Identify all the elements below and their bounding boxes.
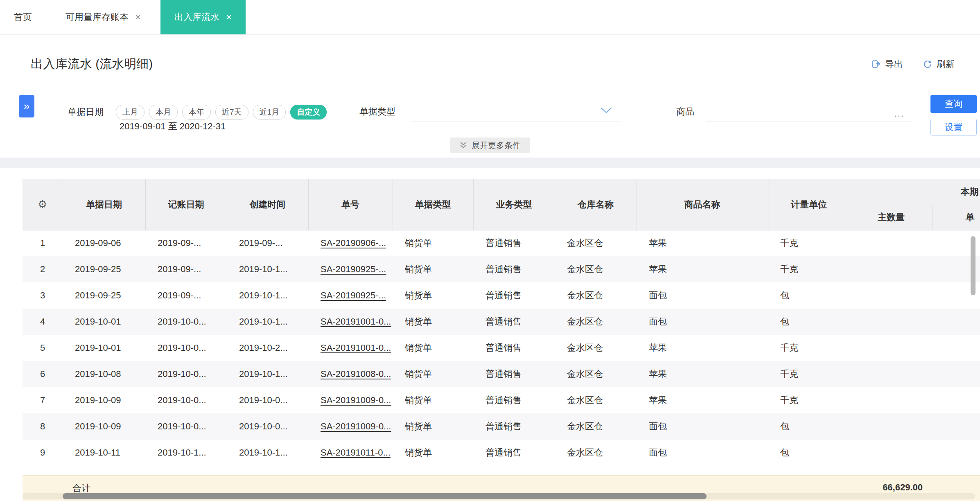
quick-range-this-year[interactable]: 本年 bbox=[182, 105, 211, 120]
cell-account-date: 2019-10-1... bbox=[145, 440, 227, 466]
horizontal-scrollbar-track[interactable] bbox=[23, 493, 975, 499]
cell-doc-type: 销货单 bbox=[393, 256, 473, 282]
chevron-down-double-icon bbox=[459, 141, 467, 149]
cell-doc-no: SA-20190925-... bbox=[308, 282, 393, 309]
col-unit-price-clipped: 单 bbox=[933, 205, 980, 230]
cell-main-qty bbox=[850, 413, 933, 440]
cell-main-qty bbox=[850, 335, 933, 361]
cell-warehouse: 金水区仓 bbox=[555, 230, 637, 256]
cell-product: 苹果 bbox=[637, 256, 768, 282]
col-doc-type: 单据类型 bbox=[393, 179, 473, 230]
doc-no-link[interactable]: SA-20191008-0... bbox=[321, 369, 391, 379]
doc-no-link[interactable]: SA-20190925-... bbox=[321, 290, 386, 300]
cell-unit: 包 bbox=[768, 440, 850, 466]
cell-warehouse: 金水区仓 bbox=[555, 387, 637, 413]
row-index: 6 bbox=[23, 361, 63, 387]
page-title: 出入库流水 (流水明细) bbox=[31, 56, 153, 72]
table-row: 3 2019-09-25 2019-09-... 2019-10-1... SA… bbox=[23, 282, 980, 309]
cell-account-date: 2019-10-0... bbox=[145, 361, 227, 387]
totals-label: 合计 bbox=[72, 482, 90, 494]
doc-type-select[interactable] bbox=[411, 104, 619, 122]
table-row: 5 2019-10-01 2019-10-0... 2019-10-2... S… bbox=[23, 335, 980, 361]
date-field-label: 单据日期 bbox=[68, 106, 104, 118]
cell-warehouse: 金水区仓 bbox=[555, 256, 637, 282]
cell-account-date: 2019-09-... bbox=[145, 256, 227, 282]
doc-no-link[interactable]: SA-20191011-0... bbox=[321, 447, 391, 458]
cell-biz-type: 普通销售 bbox=[473, 230, 555, 256]
flow-table: ⚙ 单据日期 记账日期 创建时间 单号 单据类型 业务类型 仓库名称 商品名称 … bbox=[23, 179, 980, 466]
collapse-filter-button[interactable]: » bbox=[19, 95, 34, 117]
cell-doc-no: SA-20191011-0... bbox=[308, 440, 393, 466]
horizontal-scrollbar-thumb[interactable] bbox=[63, 493, 707, 499]
refresh-icon bbox=[923, 59, 933, 69]
cell-unit: 包 bbox=[768, 309, 850, 335]
cell-create-time: 2019-10-0... bbox=[227, 387, 308, 413]
cell-doc-type: 销货单 bbox=[393, 309, 473, 335]
tab-inventory-ledger[interactable]: 可用量库存账本 × bbox=[52, 0, 155, 34]
query-button[interactable]: 查询 bbox=[930, 95, 977, 113]
doc-no-link[interactable]: SA-20191001-0... bbox=[321, 343, 391, 353]
cell-account-date: 2019-10-0... bbox=[145, 309, 227, 335]
quick-range-custom[interactable]: 自定义 bbox=[290, 105, 327, 120]
table-header: ⚙ 单据日期 记账日期 创建时间 单号 单据类型 业务类型 仓库名称 商品名称 … bbox=[23, 179, 980, 230]
cell-doc-no: SA-20191001-0... bbox=[308, 335, 393, 361]
cell-biz-type: 普通销售 bbox=[473, 309, 555, 335]
cell-doc-date: 2019-10-08 bbox=[63, 361, 145, 387]
header-actions: 导出 刷新 bbox=[871, 58, 955, 70]
column-settings-header: ⚙ bbox=[23, 179, 63, 230]
cell-warehouse: 金水区仓 bbox=[555, 282, 637, 309]
table-row: 6 2019-10-08 2019-10-0... 2019-10-1... S… bbox=[23, 361, 980, 387]
close-icon[interactable]: × bbox=[226, 12, 232, 22]
cell-biz-type: 普通销售 bbox=[473, 361, 555, 387]
refresh-button[interactable]: 刷新 bbox=[923, 58, 955, 70]
cell-main-qty bbox=[850, 256, 933, 282]
cell-doc-date: 2019-10-01 bbox=[63, 335, 145, 361]
cell-clipped bbox=[933, 309, 980, 335]
tab-inventory-ledger-label: 可用量库存账本 bbox=[65, 11, 129, 23]
quick-range-last-month[interactable]: 上月 bbox=[116, 105, 145, 120]
cell-doc-no: SA-20191009-0... bbox=[308, 387, 393, 413]
tab-inout-flow[interactable]: 出入库流水 × bbox=[160, 0, 246, 34]
doc-no-link[interactable]: SA-20191009-0... bbox=[321, 395, 391, 405]
cell-create-time: 2019-09-... bbox=[227, 230, 308, 256]
table-row: 4 2019-10-01 2019-10-0... 2019-10-1... S… bbox=[23, 309, 980, 335]
cell-unit: 包 bbox=[768, 282, 850, 309]
export-button[interactable]: 导出 bbox=[871, 58, 903, 70]
table-row: 8 2019-10-09 2019-10-0... 2019-10-0... S… bbox=[23, 413, 980, 440]
cell-doc-type: 销货单 bbox=[393, 282, 473, 309]
quick-range-1month[interactable]: 近1月 bbox=[253, 105, 286, 120]
vertical-scrollbar[interactable] bbox=[971, 236, 975, 295]
expand-more-conditions-button[interactable]: 展开更多条件 bbox=[450, 138, 530, 153]
row-index: 8 bbox=[23, 413, 63, 440]
cell-biz-type: 普通销售 bbox=[473, 387, 555, 413]
cell-main-qty bbox=[850, 361, 933, 387]
date-range-value[interactable]: 2019-09-01 至 2020-12-31 bbox=[120, 120, 226, 133]
chevron-down-icon bbox=[601, 107, 612, 114]
doc-no-link[interactable]: SA-20191009-0... bbox=[321, 421, 391, 431]
tab-home[interactable]: 首页 bbox=[0, 0, 46, 34]
cell-biz-type: 普通销售 bbox=[473, 282, 555, 309]
cell-warehouse: 金水区仓 bbox=[555, 440, 637, 466]
product-picker[interactable]: ... bbox=[706, 104, 911, 122]
col-group-current-period: 本期 bbox=[850, 179, 980, 205]
doc-no-link[interactable]: SA-20190906-... bbox=[321, 238, 386, 248]
cell-warehouse: 金水区仓 bbox=[555, 309, 637, 335]
cell-account-date: 2019-09-... bbox=[145, 282, 227, 309]
cell-create-time: 2019-10-1... bbox=[227, 440, 308, 466]
close-icon[interactable]: × bbox=[135, 12, 141, 22]
doc-no-link[interactable]: SA-20191001-0... bbox=[321, 316, 391, 327]
doc-no-link[interactable]: SA-20190925-... bbox=[321, 264, 386, 274]
row-index: 5 bbox=[23, 335, 63, 361]
cell-doc-date: 2019-09-25 bbox=[63, 256, 145, 282]
cell-create-time: 2019-10-2... bbox=[227, 335, 308, 361]
col-create-time: 创建时间 bbox=[227, 179, 308, 230]
ellipsis-icon[interactable]: ... bbox=[894, 108, 904, 119]
quick-range-this-month[interactable]: 本月 bbox=[149, 105, 178, 120]
col-warehouse: 仓库名称 bbox=[555, 179, 637, 230]
cell-doc-date: 2019-09-25 bbox=[63, 282, 145, 309]
cell-unit: 千克 bbox=[768, 256, 850, 282]
quick-range-7days[interactable]: 近7天 bbox=[215, 105, 248, 120]
row-index: 4 bbox=[23, 309, 63, 335]
gear-icon[interactable]: ⚙ bbox=[38, 198, 47, 210]
settings-button[interactable]: 设置 bbox=[930, 119, 977, 135]
